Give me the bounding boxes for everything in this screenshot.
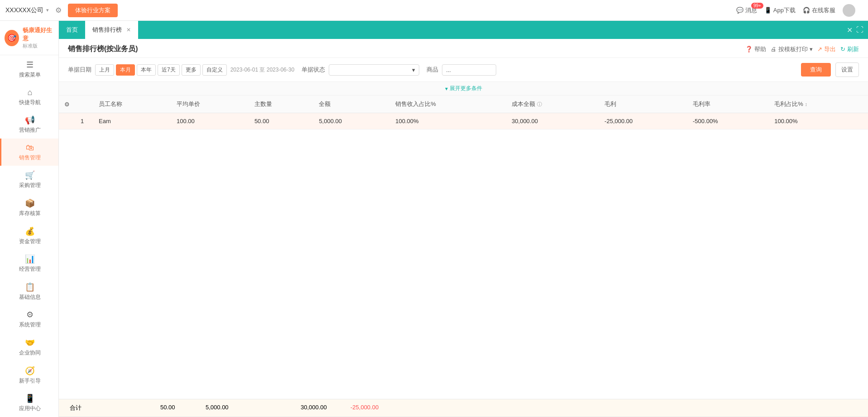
sidebar-item-enterprise-collab[interactable]: 🤝 企业协同 [0, 333, 58, 361]
page-header: 销售排行榜(按业务员) ❓ 帮助 🖨 按模板打印 ▾ ↗ [59, 39, 868, 58]
tab-bar: 首页销售排行榜✕ ✕ ⛶ [59, 21, 868, 39]
company-name: XXXXXX公司 [5, 6, 43, 14]
period-btn-本月[interactable]: 本月 [116, 64, 135, 76]
content-area: 首页销售排行榜✕ ✕ ⛶ 销售排行榜(按业务员) ❓ 帮助 🖨 按模板打印 [59, 21, 868, 417]
top-bar-right: 💬 消息 99+ 📱 App下载 🎧 在线客服 [736, 4, 863, 17]
cell-employee: Eam [93, 113, 171, 129]
status-select[interactable]: ▾ [329, 64, 419, 76]
table-wrap: ⚙员工名称平均单价主数量全额销售收入占比%成本全额 ⓘ毛利毛利率毛利占比% ↕ … [59, 96, 868, 399]
table-header-row: ⚙员工名称平均单价主数量全额销售收入占比%成本全额 ⓘ毛利毛利率毛利占比% ↕ [59, 96, 868, 113]
nav-label-basic-info: 基础信息 [19, 294, 41, 301]
footer-cost: 30,000.00 [295, 404, 345, 412]
nav-icon-finance: 💰 [25, 226, 35, 236]
message-btn[interactable]: 💬 消息 99+ [736, 6, 757, 14]
nav-label-app-center: 应用中心 [19, 405, 41, 412]
nav-icon-app-center: 📱 [25, 393, 35, 403]
help-btn[interactable]: ❓ 帮助 [745, 45, 766, 53]
nav-icon-sales: 🛍 [26, 143, 34, 153]
main-area: 🎯 畅康通好生意 标准版 ☰ 搜索菜单 ⌂ 快捷导航 📢 营销推广 🛍 销售管理… [0, 21, 868, 417]
gear-icon[interactable]: ⚙ [55, 6, 62, 14]
col-employee: 员工名称 [93, 96, 171, 113]
expand-bar[interactable]: ▾ 展开更多条件 [59, 82, 868, 96]
sidebar-item-marketing[interactable]: 📢 营销推广 [0, 110, 58, 139]
col-settings[interactable]: ⚙ [59, 96, 75, 113]
sidebar: 🎯 畅康通好生意 标准版 ☰ 搜索菜单 ⌂ 快捷导航 📢 营销推广 🛍 销售管理… [0, 21, 59, 417]
col-quantity: 主数量 [249, 96, 314, 113]
tab-close-all-btn[interactable]: ✕ [847, 26, 853, 34]
cell-gross_margin: -500.00% [687, 113, 769, 129]
chevron-down-icon: ▾ [412, 67, 415, 73]
sidebar-item-quick-nav[interactable]: ⌂ 快捷导航 [0, 83, 58, 111]
nav-icon-enterprise-collab: 🤝 [25, 338, 35, 348]
col-rank [75, 96, 93, 113]
sort-icon: ↕ [805, 101, 807, 107]
message-icon: 💬 [736, 7, 743, 14]
app-download-btn[interactable]: 📱 App下载 [764, 6, 796, 14]
tab-bar-right: ✕ ⛶ [847, 26, 868, 34]
print-icon: 🖨 [771, 46, 777, 53]
sidebar-item-basic-info[interactable]: 📋 基础信息 [0, 278, 58, 306]
logo-sub: 标准版 [23, 43, 54, 49]
info-icon: ⓘ [537, 101, 542, 107]
sidebar-item-app-center[interactable]: 📱 应用中心 [0, 389, 58, 417]
filter-bar: 单据日期 上月本月本年近7天更多自定义 2023-06-01 至 2023-06… [59, 58, 868, 82]
tab-expand-btn[interactable]: ⛶ [856, 26, 863, 34]
cell-avg_price: 100.00 [171, 113, 249, 129]
sidebar-logo: 🎯 畅康通好生意 标准版 [0, 21, 58, 55]
tab-close-sales-rank[interactable]: ✕ [126, 27, 131, 33]
period-btn-更多[interactable]: 更多 [182, 64, 201, 76]
nav-label-marketing: 营销推广 [19, 127, 41, 134]
online-service-btn[interactable]: 🎧 在线客服 [803, 6, 835, 14]
nav-label-inventory: 库存核算 [19, 210, 41, 217]
query-btn[interactable]: 查询 [801, 63, 831, 77]
sidebar-item-system[interactable]: ⚙ 系统管理 [0, 305, 58, 333]
settings-btn[interactable]: 设置 [835, 62, 859, 77]
footer-quantity: 50.00 [155, 404, 200, 412]
goods-label: 商品 [427, 66, 438, 74]
col-avg_price: 平均单价 [171, 96, 249, 113]
period-btn-上月[interactable]: 上月 [95, 64, 114, 76]
sidebar-item-finance[interactable]: 💰 资金管理 [0, 222, 58, 250]
footer-label: 合计 [70, 404, 82, 411]
avatar[interactable] [843, 4, 855, 17]
nav-icon-purchase: 🛒 [25, 170, 35, 180]
cell-quantity: 50.00 [249, 113, 314, 129]
online-label: 在线客服 [812, 6, 835, 14]
sidebar-item-operations[interactable]: 📊 经营管理 [0, 249, 58, 278]
nav-icon-inventory: 📦 [25, 198, 35, 208]
cell-sales_ratio: 100.00% [390, 113, 506, 129]
chevron-down-icon: ▾ [810, 46, 813, 53]
period-btns: 上月本月本年近7天更多自定义 [95, 64, 227, 76]
footer-amount: 5,000.00 [200, 404, 245, 412]
sidebar-item-inventory[interactable]: 📦 库存核算 [0, 194, 58, 222]
sidebar-item-guide[interactable]: 🧭 新手引导 [0, 361, 58, 389]
cell-cost_amount: 30,000.00 [506, 113, 599, 129]
nav-label-search-order: 搜索菜单 [19, 72, 41, 79]
tab-home[interactable]: 首页 [59, 21, 85, 39]
cell-amount: 5,000.00 [313, 113, 390, 129]
goods-filter: 商品 ... [427, 64, 496, 76]
refresh-btn[interactable]: ↻ 刷新 [840, 45, 859, 53]
col-cost_amount: 成本全额 ⓘ [506, 96, 599, 113]
template-print-btn[interactable]: 🖨 按模板打印 ▾ [771, 45, 813, 53]
sidebar-item-purchase[interactable]: 🛒 采购管理 [0, 166, 58, 194]
cell-rank: 1 [75, 113, 93, 129]
col-gross_ratio: 毛利占比% ↕ [769, 96, 868, 113]
period-btn-近7天[interactable]: 近7天 [158, 64, 180, 76]
date-range: 2023-06-01 至 2023-06-30 [230, 66, 294, 74]
col-amount: 全额 [313, 96, 390, 113]
footer-cells: 合计 50.00 5,000.00 30,000.00 -25,000.00 [64, 404, 863, 412]
period-btn-自定义[interactable]: 自定义 [202, 64, 227, 76]
trial-btn[interactable]: 体验行业方案 [68, 4, 118, 17]
expand-label: ▾ 展开更多条件 [445, 85, 482, 92]
col-sales_ratio: 销售收入占比% [390, 96, 506, 113]
company-selector[interactable]: XXXXXX公司 ▾ [5, 6, 49, 14]
tab-sales-rank[interactable]: 销售排行榜✕ [85, 21, 138, 39]
nav-icon-guide: 🧭 [25, 366, 35, 376]
period-btn-本年[interactable]: 本年 [137, 64, 156, 76]
sidebar-item-search-order[interactable]: ☰ 搜索菜单 [0, 55, 58, 83]
sidebar-item-sales[interactable]: 🛍 销售管理 [0, 139, 58, 166]
nav-icon-quick-nav: ⌂ [28, 88, 33, 97]
goods-select[interactable]: ... [442, 64, 496, 76]
export-btn[interactable]: ↗ 导出 [817, 45, 836, 53]
